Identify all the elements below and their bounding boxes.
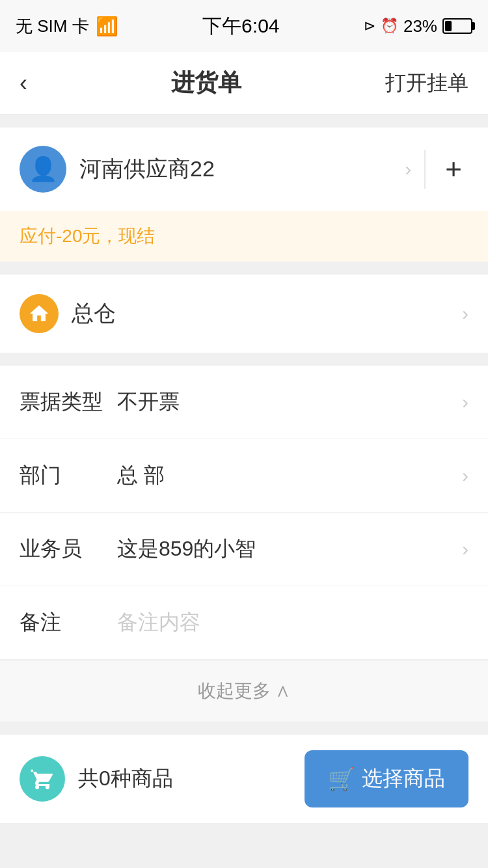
select-icon: 🛒 (328, 766, 355, 792)
bottom-section: 共0种商品 🛒 选择商品 (0, 735, 488, 823)
cart-icon (30, 766, 55, 791)
collapse-label: 收起更多 ∧ (198, 681, 291, 701)
chevron-right-icon: › (405, 158, 411, 180)
product-count: 共0种商品 (78, 765, 305, 793)
warehouse-section: 总仓 › (0, 275, 488, 353)
section-gap-2 (0, 262, 488, 275)
section-gap-1 (0, 115, 488, 128)
location-icon: ⊳ (364, 18, 375, 34)
salesperson-label: 业务员 (20, 535, 104, 563)
supplier-section: 👤 河南供应商22 › + 应付-20元，现结 (0, 128, 488, 262)
form-section: 票据类型 不开票 › 部门 总 部 › 业务员 这是859的小智 › 备注 备注… (0, 366, 488, 722)
status-time: 下午6:04 (202, 13, 279, 40)
product-icon (20, 756, 65, 802)
notice-row: 应付-20元，现结 (0, 211, 488, 262)
alarm-icon: ⏰ (381, 18, 398, 34)
select-label: 选择商品 (362, 765, 445, 793)
warehouse-icon (20, 294, 59, 333)
invoice-value: 不开票 (117, 388, 462, 416)
invoice-type-row[interactable]: 票据类型 不开票 › (0, 366, 488, 439)
supplier-divider (424, 150, 426, 189)
battery-icon (442, 18, 472, 34)
invoice-label: 票据类型 (20, 388, 104, 416)
notice-text: 应付-20元，现结 (20, 226, 155, 246)
department-value: 总 部 (117, 461, 462, 490)
back-button[interactable]: ‹ (20, 70, 27, 97)
select-product-button[interactable]: 🛒 选择商品 (305, 750, 468, 807)
department-chevron-icon: › (462, 465, 468, 487)
nav-bar: ‹ 进货单 打开挂单 (0, 52, 488, 115)
warehouse-row[interactable]: 总仓 › (0, 275, 488, 353)
department-label: 部门 (20, 461, 104, 490)
page-title: 进货单 (171, 67, 241, 99)
status-right: ⊳ ⏰ 23% (364, 16, 472, 36)
warehouse-chevron-icon: › (462, 303, 468, 325)
salesperson-chevron-icon: › (462, 538, 468, 560)
invoice-chevron-icon: › (462, 391, 468, 413)
salesperson-row[interactable]: 业务员 这是859的小智 › (0, 513, 488, 586)
carrier-text: 无 SIM 卡 (16, 15, 89, 38)
page-rest (0, 823, 488, 868)
open-pending-button[interactable]: 打开挂单 (385, 69, 468, 98)
battery-percent: 23% (403, 16, 437, 36)
status-bar: 无 SIM 卡 📶 下午6:04 ⊳ ⏰ 23% (0, 0, 488, 52)
department-row[interactable]: 部门 总 部 › (0, 439, 488, 513)
salesperson-value: 这是859的小智 (117, 535, 462, 563)
collapse-button[interactable]: 收起更多 ∧ (0, 660, 488, 722)
remark-label: 备注 (20, 608, 104, 637)
remark-row[interactable]: 备注 备注内容 (0, 586, 488, 660)
status-left: 无 SIM 卡 📶 (16, 15, 118, 38)
remark-input[interactable]: 备注内容 (117, 608, 468, 637)
house-icon (28, 303, 50, 325)
supplier-row[interactable]: 👤 河南供应商22 › + (0, 128, 488, 211)
supplier-name: 河南供应商22 (79, 154, 405, 184)
wifi-icon: 📶 (96, 16, 118, 37)
avatar-icon: 👤 (29, 156, 58, 183)
warehouse-name: 总仓 (72, 299, 462, 329)
add-supplier-button[interactable]: + (439, 153, 468, 185)
supplier-avatar: 👤 (20, 146, 66, 193)
